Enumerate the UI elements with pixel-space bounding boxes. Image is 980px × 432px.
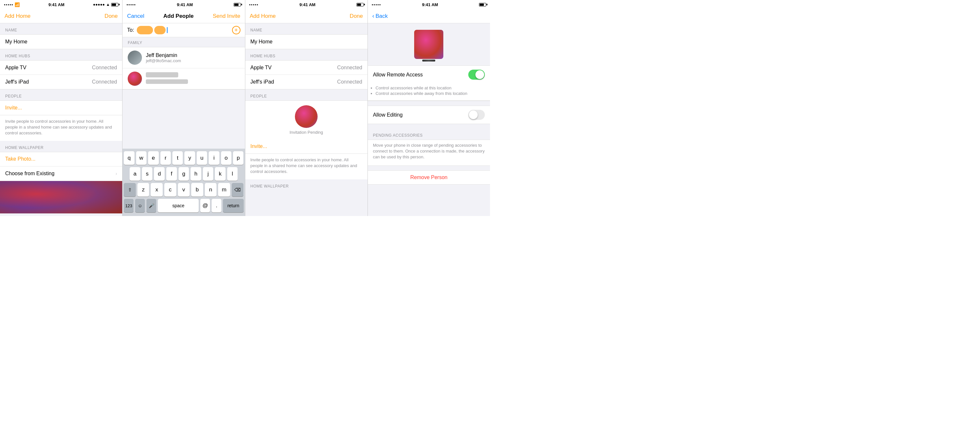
- blurred-name: [146, 72, 178, 78]
- panel-add-home: ●●●●● 📶 9:41 AM ●●●●● ▲ Add Home Done NA…: [0, 0, 123, 216]
- bullet-1: Control accessories while at this locati…: [375, 86, 485, 91]
- key-z[interactable]: z: [137, 183, 150, 197]
- key-n[interactable]: n: [205, 183, 217, 197]
- key-i[interactable]: i: [209, 151, 219, 165]
- key-h[interactable]: h: [191, 167, 201, 181]
- blurred-info: [146, 72, 240, 85]
- invite-row-3[interactable]: Invite...: [245, 139, 368, 154]
- key-a[interactable]: a: [130, 167, 140, 181]
- jeffs-ipad-status-3: Connected: [337, 79, 362, 85]
- choose-existing-label: Choose from Existing: [5, 171, 54, 176]
- key-v[interactable]: v: [178, 183, 190, 197]
- nav-bar-3: Add Home Done: [245, 9, 368, 23]
- key-f[interactable]: f: [166, 167, 177, 181]
- at-key[interactable]: @: [200, 199, 210, 213]
- back-button[interactable]: ‹ Back: [372, 13, 388, 19]
- mic-key[interactable]: 🎤: [146, 199, 156, 213]
- battery-3: [356, 3, 364, 6]
- to-plus-button[interactable]: +: [232, 26, 240, 34]
- emoji-key[interactable]: ☺: [135, 199, 145, 213]
- signal-dots-2: ●●●●●: [126, 3, 136, 6]
- apple-tv-row-3: Apple TV Connected: [245, 60, 368, 75]
- key-o[interactable]: o: [221, 151, 231, 165]
- take-photo-row[interactable]: Take Photo...: [0, 152, 122, 167]
- key-d[interactable]: d: [154, 167, 165, 181]
- nav-bar-1: Add Home Done: [0, 9, 122, 23]
- to-cursor: [167, 27, 167, 33]
- status-bar-4: ●●●●● 9:41 AM: [368, 0, 490, 9]
- period-key[interactable]: .: [212, 199, 221, 213]
- done-button-3[interactable]: Done: [350, 13, 363, 19]
- return-key[interactable]: return: [223, 199, 243, 213]
- signal-dots-1: ●●●●●: [4, 3, 13, 6]
- contact-row-blurred[interactable]: [123, 68, 245, 89]
- pending-acc-section: Move your phone in close range of pendin…: [368, 140, 490, 166]
- apple-tv-status: Connected: [92, 65, 117, 71]
- jeff-email: jeff@9to5mac.com: [146, 58, 240, 63]
- numbers-key[interactable]: 123: [124, 199, 134, 213]
- key-g[interactable]: g: [178, 167, 189, 181]
- remove-person-button[interactable]: Remove Person: [410, 175, 447, 180]
- wifi-icon-1: 📶: [14, 2, 20, 7]
- name-header-3: NAME: [245, 23, 368, 34]
- invite-link-3[interactable]: Invite...: [250, 143, 267, 149]
- contact-row-jeff[interactable]: Jeff Benjamin jeff@9to5mac.com: [123, 47, 245, 68]
- status-left-2: ●●●●●: [126, 3, 136, 6]
- signal-bars-1: ●●●●●: [93, 2, 105, 7]
- key-t[interactable]: t: [172, 151, 183, 165]
- key-p[interactable]: p: [233, 151, 243, 165]
- battery-1: [111, 3, 118, 6]
- key-x[interactable]: x: [151, 183, 163, 197]
- key-b[interactable]: b: [191, 183, 203, 197]
- allow-editing-toggle[interactable]: [468, 110, 485, 120]
- status-right-4: [479, 3, 486, 6]
- key-u[interactable]: u: [197, 151, 207, 165]
- key-q[interactable]: q: [124, 151, 134, 165]
- status-right-3: [356, 3, 364, 6]
- invite-link-1[interactable]: Invite...: [5, 105, 22, 111]
- large-person-avatar[interactable]: [414, 30, 443, 59]
- panel1-scroll: NAME My Home HOME HUBS Apple TV Connecte…: [0, 23, 122, 216]
- apple-tv-label: Apple TV: [5, 65, 27, 71]
- done-button-1[interactable]: Done: [105, 13, 118, 19]
- space-key[interactable]: space: [158, 199, 199, 213]
- cancel-button[interactable]: Cancel: [127, 13, 144, 19]
- keyboard-row-1: q w e r t y u i o p: [124, 151, 243, 165]
- invite-description-1: Invite people to control accessories in …: [0, 115, 122, 141]
- invite-row-1[interactable]: Invite...: [0, 101, 122, 115]
- wallpaper-section-1: Take Photo... Choose from Existing ›: [0, 152, 122, 181]
- avatar-pink-1: [128, 71, 142, 86]
- add-home-button-3[interactable]: Add Home: [250, 13, 276, 19]
- take-photo-label[interactable]: Take Photo...: [5, 156, 35, 162]
- send-invite-button[interactable]: Send Invite: [213, 13, 240, 19]
- key-w[interactable]: w: [136, 151, 146, 165]
- panel4-scroll: Allow Remote Access Control accessories …: [368, 23, 490, 216]
- keyboard-row-3: ⇧ z x c v b n m ⌫: [124, 183, 243, 197]
- person-row-3[interactable]: Invitation Pending: [245, 101, 368, 139]
- to-input-area[interactable]: +: [137, 26, 240, 34]
- remote-access-bullets: Control accessories while at this locati…: [368, 84, 490, 101]
- key-e[interactable]: e: [148, 151, 159, 165]
- choose-existing-row[interactable]: Choose from Existing ›: [0, 167, 122, 181]
- key-y[interactable]: y: [185, 151, 195, 165]
- to-chips: [137, 26, 167, 34]
- key-m[interactable]: m: [218, 183, 230, 197]
- wallpaper-preview-1: [0, 181, 122, 213]
- add-home-button-1[interactable]: Add Home: [5, 13, 30, 19]
- invite-description-3: Invite people to control accessories in …: [245, 154, 368, 179]
- delete-key[interactable]: ⌫: [232, 183, 244, 197]
- status-right-2: [234, 3, 241, 6]
- key-c[interactable]: c: [164, 183, 176, 197]
- wallpaper-header-3: HOME WALLPAPER: [245, 179, 368, 191]
- key-k[interactable]: k: [215, 167, 226, 181]
- key-l[interactable]: l: [227, 167, 238, 181]
- key-s[interactable]: s: [142, 167, 153, 181]
- key-r[interactable]: r: [161, 151, 171, 165]
- shift-key[interactable]: ⇧: [124, 183, 136, 197]
- blurred-avatar: [128, 71, 142, 86]
- home-name-row-3: My Home: [245, 35, 368, 49]
- jeff-name: Jeff Benjamin: [146, 52, 240, 58]
- remote-access-toggle[interactable]: [468, 70, 485, 79]
- allow-editing-section: Allow Editing: [368, 106, 490, 124]
- key-j[interactable]: j: [203, 167, 213, 181]
